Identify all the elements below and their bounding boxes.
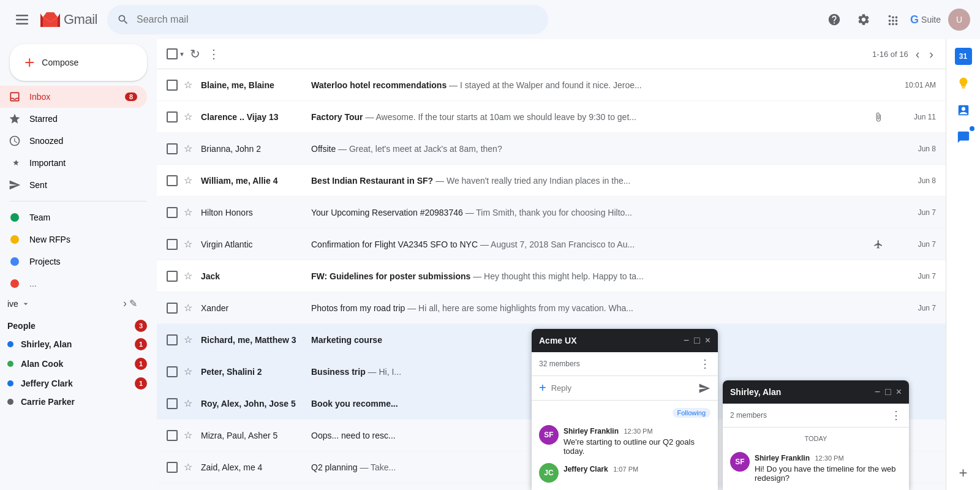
sidebar-item-snoozed[interactable]: Snoozed: [0, 130, 147, 152]
compose-button[interactable]: + Compose: [10, 44, 147, 81]
row-checkbox-11[interactable]: [167, 430, 184, 441]
shirley-name: Shirley Franklin: [564, 427, 619, 435]
table-row[interactable]: ☆ Xander Photos from my road trip — Hi a…: [157, 292, 946, 324]
row-checkbox-12[interactable]: [167, 462, 184, 473]
snoozed-icon: [7, 135, 22, 147]
send-icon[interactable]: [698, 382, 710, 394]
row-checkbox-4[interactable]: [167, 207, 184, 218]
tasks-icon-wrapper[interactable]: [951, 98, 976, 123]
table-row[interactable]: ☆ Virgin Atlantic Confirmation for Fligh…: [157, 228, 946, 260]
star-11[interactable]: ☆: [184, 429, 201, 441]
search-input[interactable]: [137, 14, 538, 25]
more-options-button[interactable]: ⋮: [205, 44, 222, 64]
person-item-alan-cook[interactable]: Alan Cook 1: [0, 354, 157, 374]
select-all-checkbox[interactable]: [167, 48, 178, 59]
minimize-sa-button[interactable]: −: [875, 386, 880, 398]
table-row[interactable]: ☆ Hilton Honors Your Upcoming Reservatio…: [157, 197, 946, 228]
acme-more-icon[interactable]: ⋮: [699, 357, 710, 371]
sidebar-item-team[interactable]: Team: [0, 206, 147, 228]
close-acme-button[interactable]: ×: [705, 335, 710, 346]
sidebar-item-newrfps[interactable]: New RFPs: [0, 228, 147, 251]
expand-sa-button[interactable]: □: [885, 386, 891, 398]
collapse-icon[interactable]: ›: [123, 297, 127, 310]
minimize-acme-button[interactable]: −: [684, 335, 689, 346]
jeffery-time: 1:07 PM: [613, 466, 638, 473]
person-name-alan: Alan Cook: [21, 359, 135, 369]
acme-reply-bar[interactable]: +: [532, 376, 718, 401]
table-row[interactable]: ☆ Blaine, me, Blaine Waterloo hotel reco…: [157, 69, 946, 101]
pagination-text: 1-16 of 16: [872, 50, 908, 59]
sidebar-item-inbox[interactable]: Inbox 8: [0, 86, 147, 108]
jeffery-name: Jeffery Clark: [564, 465, 608, 473]
select-all-wrapper[interactable]: ▼: [167, 48, 185, 59]
star-0[interactable]: ☆: [184, 79, 201, 91]
search-bar[interactable]: [107, 5, 548, 34]
select-dropdown-arrow[interactable]: ▼: [179, 51, 185, 58]
chat-icon[interactable]: [951, 125, 976, 149]
star-2[interactable]: ☆: [184, 143, 201, 154]
help-button[interactable]: [822, 7, 846, 32]
date-1: Jun 11: [887, 113, 936, 121]
refresh-button[interactable]: ↻: [187, 44, 203, 64]
sidebar-item-starred[interactable]: Starred: [0, 108, 147, 130]
add-sidebar-button[interactable]: +: [951, 461, 976, 485]
expand-acme-button[interactable]: □: [694, 335, 700, 346]
star-6[interactable]: ☆: [184, 270, 201, 282]
row-checkbox-1[interactable]: [167, 111, 184, 123]
calendar-icon[interactable]: 31: [951, 44, 976, 69]
row-checkbox-6[interactable]: [167, 271, 184, 282]
row-checkbox-0[interactable]: [167, 80, 184, 91]
row-checkbox-8[interactable]: [167, 334, 184, 345]
person-name-carrie: Carrie Parker: [21, 397, 147, 407]
star-8[interactable]: ☆: [184, 334, 201, 345]
menu-button[interactable]: [10, 7, 34, 32]
settings-button[interactable]: [851, 7, 876, 32]
row-checkbox-5[interactable]: [167, 239, 184, 250]
star-1[interactable]: ☆: [184, 111, 201, 123]
chevron-down-icon[interactable]: [21, 299, 31, 309]
star-9[interactable]: ☆: [184, 366, 201, 377]
star-10[interactable]: ☆: [184, 398, 201, 409]
person-item-carrie-parker[interactable]: Carrie Parker: [0, 393, 157, 410]
sidebar-item-more[interactable]: ...: [0, 273, 147, 295]
row-checkbox-7[interactable]: [167, 303, 184, 314]
person-badge-alan: 1: [135, 358, 147, 370]
next-page-button[interactable]: ›: [927, 45, 936, 64]
content-0: Waterloo hotel recommendations — I staye…: [311, 80, 870, 90]
acme-ux-header: Acme UX − □ ×: [532, 329, 718, 352]
person-item-jeffery-clark[interactable]: Jeffery Clark 1: [0, 374, 157, 393]
sidebar-item-projects[interactable]: Projects: [0, 251, 147, 273]
prev-page-button[interactable]: ‹: [913, 45, 922, 64]
reply-plus-icon[interactable]: +: [539, 381, 546, 395]
row-checkbox-9[interactable]: [167, 366, 184, 377]
compose-plus-icon: +: [24, 54, 34, 71]
keep-icon[interactable]: [951, 71, 976, 96]
sidebar-item-sent[interactable]: Sent: [0, 174, 147, 196]
table-row[interactable]: ☆ Brianna, John 2 Offsite — Great, let's…: [157, 133, 946, 165]
shirley-avatar: SF: [539, 425, 559, 445]
row-checkbox-10[interactable]: [167, 398, 184, 409]
user-avatar[interactable]: U: [948, 9, 970, 31]
sidebar-item-important[interactable]: Important: [0, 152, 147, 174]
star-7[interactable]: ☆: [184, 302, 201, 314]
table-row[interactable]: ☆ Clarence .. Vijay 13 Factory Tour — Aw…: [157, 101, 946, 133]
table-row[interactable]: ☆ William, me, Allie 4 Best Indian Resta…: [157, 165, 946, 197]
apps-button[interactable]: [881, 7, 905, 32]
edit-icon[interactable]: ✎: [129, 298, 137, 309]
sender-9: Peter, Shalini 2: [201, 367, 311, 377]
star-5[interactable]: ☆: [184, 238, 201, 250]
snoozed-label: Snoozed: [29, 136, 137, 146]
tasks-icon[interactable]: [951, 98, 976, 123]
row-checkbox-3[interactable]: [167, 175, 184, 186]
acme-reply-input[interactable]: [551, 383, 693, 393]
sa-shirley-avatar: SF: [730, 452, 750, 472]
date-4: Jun 7: [887, 208, 936, 217]
sa-more-icon[interactable]: ⋮: [891, 409, 902, 422]
row-checkbox-2[interactable]: [167, 143, 184, 154]
star-3[interactable]: ☆: [184, 175, 201, 186]
close-sa-button[interactable]: ×: [896, 386, 902, 398]
person-item-shirley-alan[interactable]: Shirley, Alan 1: [0, 334, 157, 354]
star-12[interactable]: ☆: [184, 461, 201, 473]
star-4[interactable]: ☆: [184, 206, 201, 218]
table-row[interactable]: ☆ Jack FW: Guidelines for poster submiss…: [157, 260, 946, 292]
